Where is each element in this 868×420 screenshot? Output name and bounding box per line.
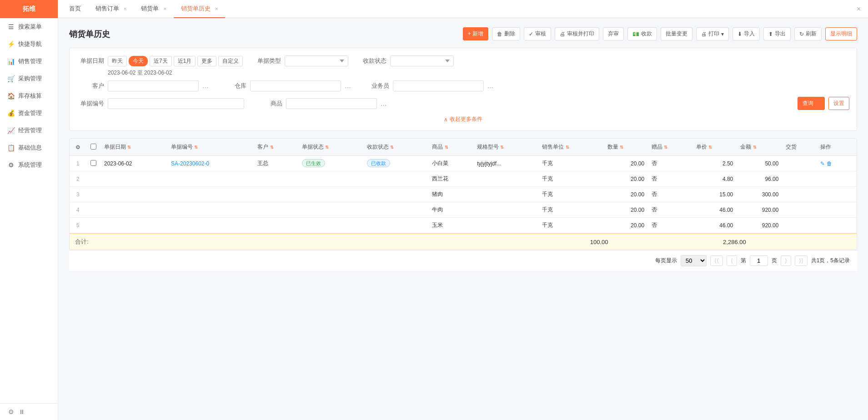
cell-settings: 2 (70, 171, 86, 187)
action-delete-btn[interactable]: 🗑 (827, 160, 832, 167)
tab-sales-history-close[interactable]: × (215, 6, 218, 11)
audit-button[interactable]: ✓ 审核 (524, 27, 551, 40)
goods-input[interactable] (286, 98, 377, 109)
col-checkbox[interactable] (86, 139, 100, 156)
operations-icon: 📈 (7, 127, 15, 134)
col-amount[interactable]: 金额 ⇅ (737, 139, 782, 156)
doc-no-input[interactable] (108, 98, 244, 109)
quick-nav-icon: ⚡ (7, 40, 15, 48)
col-spec-type[interactable]: 规格型号 ⇅ (473, 139, 538, 156)
sidebar-item-finance[interactable]: 💰 资金管理 (0, 105, 58, 122)
col-customer[interactable]: 客户 ⇅ (254, 139, 298, 156)
cell-checkbox[interactable] (86, 218, 100, 233)
sidebar-item-sales-mgmt[interactable]: 📊 销售管理 (0, 53, 58, 70)
date-btn-custom[interactable]: 自定义 (218, 56, 243, 66)
collect-button[interactable]: 💵 收款 (627, 27, 657, 40)
cell-goods: 玉米 (428, 218, 473, 233)
cell-transaction (782, 187, 817, 202)
warehouse-input[interactable] (250, 80, 341, 91)
col-doc-date[interactable]: 单据日期 ⇅ (100, 139, 167, 156)
tab-bar-close-btn[interactable]: × (853, 5, 864, 13)
col-goods[interactable]: 商品 ⇅ (428, 139, 473, 156)
date-btn-more[interactable]: 更多 (197, 56, 216, 66)
col-unit-price[interactable]: 单价 ⇅ (692, 139, 737, 156)
sidebar-item-operations[interactable]: 📈 经营管理 (0, 122, 58, 139)
warehouse-dots-btn[interactable]: ... (345, 82, 351, 90)
col-sales-unit[interactable]: 销售单位 ⇅ (538, 139, 603, 156)
refresh-button[interactable]: ↻ 刷新 (794, 27, 822, 40)
inventory-icon: 🏠 (7, 92, 15, 100)
audit-print-button[interactable]: 🖨 审核并打印 (555, 27, 599, 40)
sidebar-item-system-mgmt[interactable]: ⚙ 系统管理 (0, 156, 58, 174)
sidebar-item-search-menu[interactable]: ☰ 搜索菜单 (0, 18, 58, 35)
abandon-button[interactable]: 弃审 (603, 27, 624, 40)
tab-sales-order-close[interactable]: × (124, 6, 126, 11)
customer-dots-btn[interactable]: ... (202, 82, 208, 90)
warehouse-label: 仓库 (219, 82, 246, 90)
select-all-checkbox[interactable] (90, 144, 96, 150)
data-table: ⚙ 单据日期 ⇅ 单据编号 ⇅ 客户 ⇅ 单据状态 ⇅ 收款状态 ⇅ 商品 ⇅ … (70, 139, 857, 233)
page-last-btn[interactable]: ⟩⟩ (795, 255, 808, 266)
tab-sales-goods-close[interactable]: × (163, 6, 166, 11)
page-next-btn[interactable]: ⟩ (781, 255, 791, 266)
collect-status-select[interactable] (390, 55, 454, 66)
goods-dots-btn[interactable]: ... (381, 100, 386, 108)
import-button[interactable]: ⬇ 导入 (733, 27, 760, 40)
date-btn-today[interactable]: 今天 (129, 56, 148, 66)
date-btn-yesterday[interactable]: 昨天 (108, 56, 127, 66)
batch-change-button[interactable]: 批量变更 (661, 27, 692, 40)
col-gift[interactable]: 赠品 ⇅ (648, 139, 692, 156)
print-button[interactable]: 🖨 打印 ▾ (696, 27, 729, 40)
table-settings-icon[interactable]: ⚙ (75, 144, 80, 150)
page-prev-btn[interactable]: ⟨ (727, 255, 737, 266)
date-btn-7days[interactable]: 近7天 (150, 56, 172, 66)
cell-checkbox[interactable] (86, 187, 100, 202)
cell-amount: 920.00 (737, 218, 782, 233)
query-button[interactable]: 查询 (798, 97, 825, 110)
customer-input[interactable] (108, 80, 199, 91)
staff-input[interactable] (393, 80, 484, 91)
cell-checkbox[interactable] (86, 202, 100, 218)
cell-sales-unit: 千克 (538, 218, 603, 233)
sidebar-item-label: 销售管理 (18, 57, 42, 65)
tab-home[interactable]: 首页 (62, 0, 88, 18)
tab-home-label: 首页 (69, 5, 81, 13)
tab-sales-goods[interactable]: 销货单 × (134, 0, 173, 18)
col-collect-status[interactable]: 收款状态 ⇅ (363, 139, 428, 156)
export-button[interactable]: ⬆ 导出 (763, 27, 791, 40)
filter-row-date-text: 2023-06-02 至 2023-06-02 (77, 68, 849, 77)
sidebar-item-quick-nav[interactable]: ⚡ 快捷导航 (0, 35, 58, 53)
cell-checkbox[interactable] (86, 171, 100, 187)
page-first-btn[interactable]: ⟨⟨ (710, 255, 723, 266)
row-checkbox[interactable] (90, 160, 96, 166)
cell-checkbox[interactable] (86, 156, 100, 171)
page-number-input[interactable] (750, 255, 768, 266)
add-button[interactable]: + 新增 (463, 27, 488, 40)
col-doc-no[interactable]: 单据编号 ⇅ (167, 139, 254, 156)
sidebar-item-label: 资金管理 (18, 109, 42, 117)
sidebar-item-purchase-mgmt[interactable]: 🛒 采购管理 (0, 70, 58, 87)
sidebar-item-inventory[interactable]: 🏠 库存核算 (0, 87, 58, 105)
staff-dots-btn[interactable]: ... (487, 82, 493, 90)
tab-sales-history[interactable]: 销货单历史 × (174, 0, 225, 18)
doc-type-select[interactable] (285, 55, 348, 66)
date-btn-1month[interactable]: 近1月 (174, 56, 196, 66)
cell-doc-no (167, 218, 254, 233)
cell-doc-status (298, 187, 363, 202)
tab-sales-order[interactable]: 销售订单 × (88, 0, 134, 18)
show-detail-button[interactable]: 显示明细 (825, 27, 857, 40)
col-qty[interactable]: 数量 ⇅ (604, 139, 648, 156)
settings-filter-button[interactable]: 设置 (828, 97, 849, 110)
col-doc-status[interactable]: 单据状态 ⇅ (298, 139, 363, 156)
sidebar-settings-btn[interactable]: ⚙ ⏸ (0, 404, 58, 420)
finance-icon: 💰 (7, 110, 15, 117)
per-page-label: 每页显示 (655, 257, 677, 265)
per-page-select[interactable]: 50 20 100 (681, 255, 707, 266)
delete-button[interactable]: 🗑 删除 (492, 27, 520, 40)
col-settings[interactable]: ⚙ (70, 139, 86, 156)
doc-no-link[interactable]: SA-20230602-0 (171, 160, 209, 167)
sidebar-item-basic-info[interactable]: 📋 基础信息 (0, 139, 58, 156)
collapse-btn[interactable]: ∧ 收起更多条件 (444, 115, 482, 123)
cell-doc-no: SA-20230602-0 (167, 156, 254, 171)
action-edit-btn[interactable]: ✎ (820, 160, 825, 167)
